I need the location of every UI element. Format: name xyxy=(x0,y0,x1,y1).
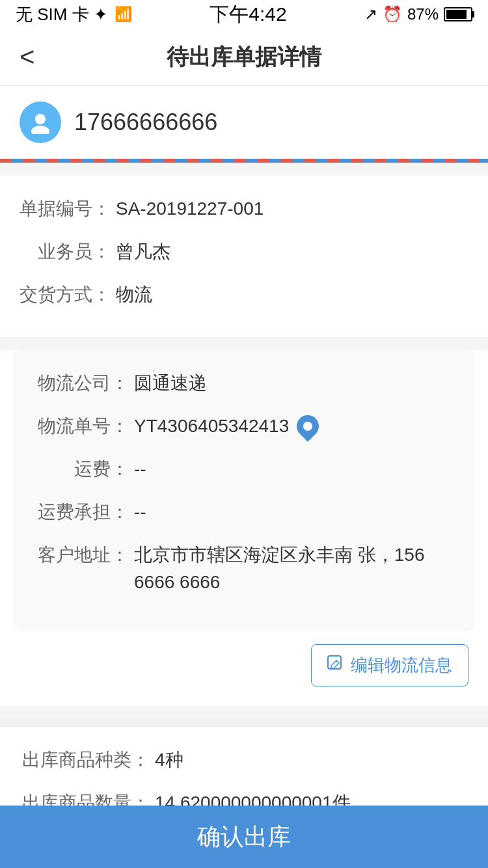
page-title: 待出库单据详情 xyxy=(167,42,321,72)
logistics-tracking-value: YT43064053424​13 xyxy=(129,413,455,440)
user-header: 17666666666 xyxy=(0,86,488,159)
edit-btn-label: 编辑物流信息 xyxy=(351,654,452,677)
svg-point-0 xyxy=(35,114,46,124)
edit-btn-row: 编辑物流信息 xyxy=(0,644,488,706)
address-row: 客户地址： 北京市市辖区海淀区永丰南 张，156 6666 6666 xyxy=(33,541,455,596)
tracking-number: YT43064053424​13 xyxy=(134,413,289,440)
svg-point-1 xyxy=(31,126,49,134)
document-info-section: 单据编号： SA-20191227-001 业务员： 曾凡杰 交货方式： 物流 xyxy=(0,176,488,337)
status-left: 无 SIM 卡 ✦ 📶 xyxy=(16,3,132,26)
sim-status: 无 SIM 卡 ✦ xyxy=(16,3,108,26)
battery-percentage: 87% xyxy=(407,5,439,23)
alarm-icon: ⏰ xyxy=(383,5,402,23)
confirm-button-label: 确认出库 xyxy=(197,821,291,853)
decorative-border xyxy=(0,159,488,163)
goods-types-row: 出库商品种类： 4种 xyxy=(20,746,468,774)
freight-row: 运费： -- xyxy=(33,455,455,483)
logistics-card: 物流公司： 圆通速递 物流单号： YT43064053424​13 运费： --… xyxy=(13,350,475,631)
confirm-btn-wrap[interactable]: 确认出库 xyxy=(0,806,488,868)
back-button[interactable]: < xyxy=(20,42,59,72)
salesman-label: 业务员： xyxy=(20,238,111,265)
freight-bear-label: 运费承担： xyxy=(33,498,129,526)
logistics-company-row: 物流公司： 圆通速递 xyxy=(33,370,455,397)
edit-icon xyxy=(327,655,344,676)
avatar xyxy=(20,102,61,143)
goods-types-label: 出库商品种类： xyxy=(20,746,150,774)
logistics-tracking-row: 物流单号： YT43064053424​13 xyxy=(33,413,455,440)
nav-bar: < 待出库单据详情 xyxy=(0,29,488,86)
salesman-value: 曾凡杰 xyxy=(111,238,468,265)
document-number-row: 单据编号： SA-20191227-001 xyxy=(20,195,468,223)
delivery-value: 物流 xyxy=(111,281,468,308)
edit-logistics-button[interactable]: 编辑物流信息 xyxy=(311,644,468,686)
document-number-label: 单据编号： xyxy=(20,195,111,223)
logistics-company-label: 物流公司： xyxy=(33,370,129,397)
user-header-section: 17666666666 xyxy=(0,86,488,163)
delivery-label: 交货方式： xyxy=(20,281,111,308)
address-value: 北京市市辖区海淀区永丰南 张，156 6666 6666 xyxy=(129,541,455,596)
address-label: 客户地址： xyxy=(33,541,129,569)
location-status-icon: ↗ xyxy=(364,5,377,23)
status-bar: 无 SIM 卡 ✦ 📶 下午4:42 ↗ ⏰ 87% xyxy=(0,0,488,29)
delivery-row: 交货方式： 物流 xyxy=(20,281,468,308)
tracking-location-icon[interactable] xyxy=(292,411,323,442)
freight-bear-row: 运费承担： -- xyxy=(33,498,455,526)
document-number-value: SA-20191227-001 xyxy=(111,195,468,223)
status-time: 下午4:42 xyxy=(210,1,286,28)
logistics-company-value: 圆通速递 xyxy=(129,370,455,397)
freight-label: 运费： xyxy=(33,455,129,483)
logistics-section: 物流公司： 圆通速递 物流单号： YT43064053424​13 运费： --… xyxy=(0,350,488,706)
goods-types-value: 4种 xyxy=(150,746,468,774)
freight-bear-value: -- xyxy=(129,498,455,526)
section-divider xyxy=(0,719,488,727)
wifi-icon: 📶 xyxy=(115,6,132,23)
user-phone: 17666666666 xyxy=(74,109,217,136)
logistics-tracking-label: 物流单号： xyxy=(33,413,129,440)
freight-value: -- xyxy=(129,455,455,483)
status-right: ↗ ⏰ 87% xyxy=(364,5,472,23)
battery-icon xyxy=(444,7,472,21)
salesman-row: 业务员： 曾凡杰 xyxy=(20,238,468,265)
